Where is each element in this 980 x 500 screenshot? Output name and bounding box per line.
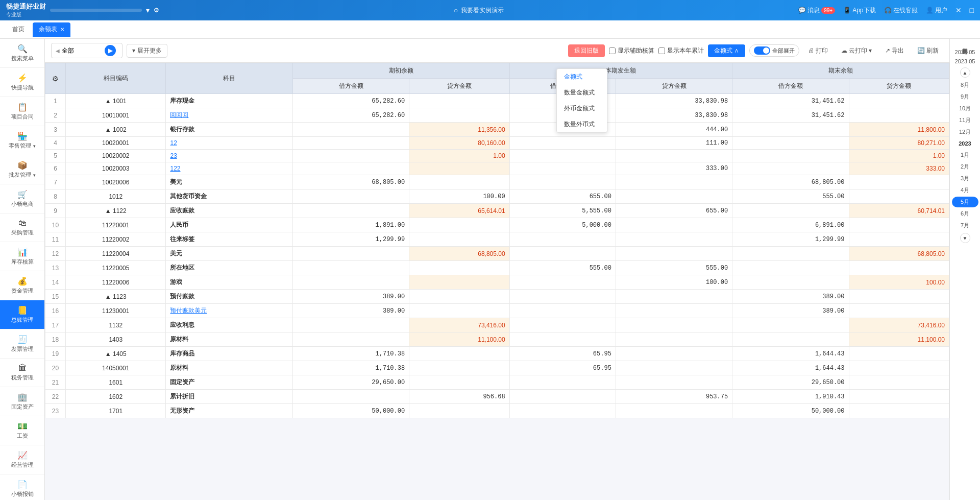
period-8[interactable]: 8月 [952, 80, 978, 90]
row-num: 2 [45, 108, 66, 123]
row-subject[interactable]: 12 [166, 137, 292, 150]
cloud-print-btn[interactable]: ☁ 云打印 ▾ [837, 44, 876, 58]
sidebar-item-ledger[interactable]: 📒 总账管理 [0, 300, 44, 329]
sidebar-item-wholesale[interactable]: 📦 批发管理 ▾ [0, 155, 44, 184]
row-period-credit: 953.75 [616, 390, 732, 404]
tab-close-balance[interactable]: ✕ [60, 27, 64, 32]
settings-icon[interactable]: ⚙ [154, 7, 159, 14]
th-cb-debit: 借方金额 [732, 79, 849, 94]
refresh-btn[interactable]: 🔄 刷新 [913, 44, 943, 58]
table-row: 9▲ 1122应收账款65,614.015,555.00655.0060,714… [45, 204, 949, 218]
row-code: 11220004 [66, 247, 166, 261]
search-arrow-btn[interactable]: ▶ [105, 45, 116, 56]
dropdown-item-amount[interactable]: 金额式 [557, 69, 607, 85]
row-cb-credit [849, 304, 949, 318]
row-ob-credit [409, 275, 509, 290]
row-ob-debit: 65,282.60 [292, 108, 409, 123]
expand-all-toggle[interactable]: 全部展开 [749, 44, 799, 57]
tab-home[interactable]: 首页 [6, 22, 31, 37]
tab-balance[interactable]: 余额表 ✕ [33, 22, 70, 37]
row-cb-credit [849, 290, 949, 304]
dropdown-item-foreign-amount[interactable]: 外币金额式 [557, 101, 607, 116]
ops-icon: 📈 [2, 450, 42, 460]
export-btn[interactable]: ↗ 导出 [880, 44, 909, 58]
print-btn[interactable]: 🖨 打印 [803, 44, 832, 58]
row-period-debit: 655.00 [509, 189, 616, 204]
row-subject: 库存商品 [166, 347, 292, 361]
row-ob-credit [409, 232, 509, 247]
dropdown-item-qty-amount[interactable]: 数量金额式 [557, 85, 607, 101]
row-ob-credit: 11,356.00 [409, 123, 509, 137]
mode-btn[interactable]: 金额式 ∧ [708, 44, 745, 57]
sidebar-item-finance[interactable]: 💰 资金管理 [0, 271, 44, 300]
row-cb-credit [849, 94, 949, 108]
expand-more-btn[interactable]: ▾ 展开更多 [127, 44, 167, 58]
message-btn[interactable]: 💬 消息 99+ [798, 6, 835, 15]
period-10[interactable]: 10月 [952, 103, 978, 114]
maximize-btn[interactable]: □ [970, 6, 974, 14]
period-down-btn[interactable]: ▼ [960, 233, 970, 243]
period-11[interactable]: 11月 [952, 115, 978, 126]
row-num: 22 [45, 390, 66, 404]
period-4[interactable]: 4月 [952, 185, 978, 196]
row-code: 11220001 [66, 218, 166, 232]
dropdown-arrow[interactable]: ▾ [146, 6, 150, 14]
sidebar-item-salary[interactable]: 💵 工资 [0, 416, 44, 445]
row-period-debit [509, 332, 616, 347]
cb-auxiliary-check[interactable] [609, 47, 616, 54]
search-input[interactable] [62, 47, 103, 54]
service-btn[interactable]: 🎧 在线客服 [884, 6, 918, 15]
sidebar-item-ops[interactable]: 📈 经营管理 [0, 445, 44, 474]
sidebar-item-asset[interactable]: 🏢 固定资产 [0, 387, 44, 416]
period-2[interactable]: 2月 [952, 161, 978, 172]
row-period-credit [616, 332, 732, 347]
return-old-btn[interactable]: 退回旧版 [568, 44, 605, 57]
sidebar-item-invoice[interactable]: 🧾 发票管理 [0, 329, 44, 359]
row-period-credit: 100.00 [616, 275, 732, 290]
sidebar-item-retail[interactable]: 🏪 零售管理 ▾ [0, 126, 44, 155]
period-3[interactable]: 3月 [952, 173, 978, 184]
sidebar-item-report[interactable]: 📄 小畅报销 [0, 474, 44, 500]
table-row: 221602累计折旧956.68953.751,910.43 [45, 390, 949, 404]
download-btn[interactable]: 📱 App下载 [843, 6, 875, 15]
row-subject: 无形资产 [166, 404, 292, 418]
row-subject[interactable]: 预付账款美元 [166, 304, 292, 318]
period-9[interactable]: 9月 [952, 91, 978, 102]
sidebar-item-inventory[interactable]: 📊 库存核算 [0, 242, 44, 271]
sidebar-item-search[interactable]: 🔍 搜索菜单 [0, 39, 44, 68]
sidebar-item-ecommerce[interactable]: 🛒 小畅电商 [0, 184, 44, 213]
sidebar-item-purchase[interactable]: 🛍 采购管理 [0, 213, 44, 242]
th-opening: 期初余额 [292, 63, 509, 79]
period-7[interactable]: 7月 [952, 220, 978, 231]
refresh-icon: 🔄 [917, 47, 925, 54]
period-6[interactable]: 6月 [952, 208, 978, 219]
period-12[interactable]: 12月 [952, 127, 978, 137]
row-period-debit [509, 162, 616, 175]
row-cb-credit [849, 108, 949, 123]
sidebar-item-project[interactable]: 📋 项目合同 [0, 97, 44, 126]
row-subject: 往来标签 [166, 232, 292, 247]
sidebar-item-quicknav[interactable]: ⚡ 快捷导航 [0, 68, 44, 97]
row-period-credit: 655.00 [616, 204, 732, 218]
row-subject: 累计折旧 [166, 390, 292, 404]
row-subject[interactable]: 122 [166, 162, 292, 175]
cb-ytd[interactable]: 显示本年累计 [658, 46, 704, 55]
cb-ytd-check[interactable] [658, 47, 665, 54]
demo-link[interactable]: ○ 我要看实例演示 [454, 6, 504, 15]
address-bar[interactable] [50, 9, 142, 12]
toolbar: ◀ ▶ ▾ 展开更多 退回旧版 显示辅助核算 显示本年累计 金额式 [45, 39, 949, 63]
period-1[interactable]: 1月 [952, 150, 978, 160]
search-left-arrow[interactable]: ◀ [56, 48, 60, 54]
table-row: 19▲ 1405库存商品1,710.3865.951,644.43 [45, 347, 949, 361]
user-btn[interactable]: 👤 用户 [926, 6, 947, 15]
row-subject[interactable]: 23 [166, 150, 292, 162]
period-up-btn[interactable]: ▲ [960, 67, 970, 78]
period-5[interactable]: 5月 [952, 197, 978, 207]
col-config[interactable]: ⚙ [45, 63, 66, 94]
cb-auxiliary[interactable]: 显示辅助核算 [609, 46, 654, 55]
row-subject[interactable]: 回回回 [166, 108, 292, 123]
row-period-credit [616, 404, 732, 418]
close-btn[interactable]: ✕ [955, 6, 962, 14]
sidebar-item-tax[interactable]: 🏛 税务管理 [0, 359, 44, 387]
dropdown-item-qty-foreign[interactable]: 数量外币式 [557, 116, 607, 132]
